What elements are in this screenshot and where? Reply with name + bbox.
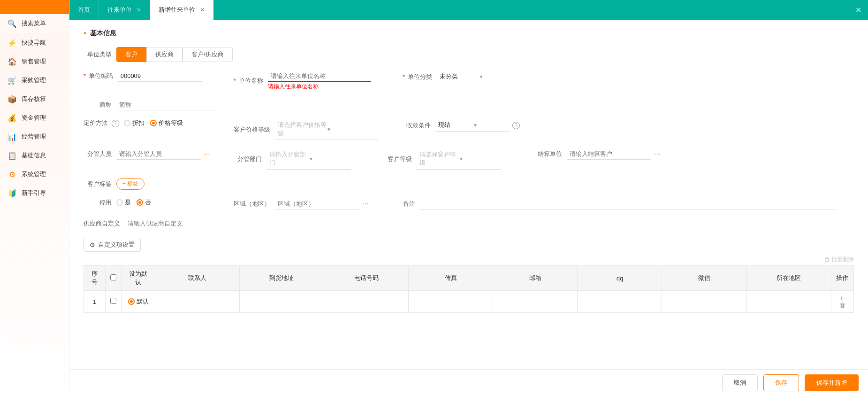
td-qq[interactable]: [578, 291, 662, 313]
disabled-radio-group: 是 否: [116, 198, 151, 207]
sidebar-item-purchase[interactable]: 🛒 采购管理: [0, 71, 69, 90]
table-header-row: 序号 设为默认 联系人 到货地址 电话号码 传真 邮箱 qq 微信 所在地区 操…: [84, 266, 854, 291]
tab-home[interactable]: 首页: [69, 0, 99, 20]
name-group: * 单位名称 请输入往来单位名称: [234, 70, 384, 91]
save-new-button[interactable]: 保存并新增: [805, 374, 859, 391]
supplier-custom-input[interactable]: [125, 218, 228, 229]
th-phone: 电话号码: [324, 266, 409, 291]
th-seq: 序号: [84, 266, 106, 291]
add-row-btn[interactable]: +: [840, 295, 844, 302]
td-contact[interactable]: [155, 291, 239, 313]
th-default: 设为默认: [122, 266, 155, 291]
fax-input[interactable]: [413, 298, 488, 305]
payment-terms-help-icon[interactable]: ?: [512, 122, 520, 129]
region-input[interactable]: [275, 198, 359, 210]
address-input[interactable]: [244, 298, 319, 305]
delete-row-btn[interactable]: 🗑: [839, 302, 845, 309]
customer-level-select[interactable]: 请选择客户等级 ▼: [417, 148, 501, 170]
tab-partners-close[interactable]: ✕: [137, 7, 141, 13]
new-guide-icon: 🔰: [8, 188, 17, 198]
name-input[interactable]: [268, 70, 371, 82]
sidebar-label-basic-info: 基础信息: [22, 151, 61, 160]
td-email[interactable]: [493, 291, 578, 313]
form-area: ▪ 基本信息 单位类型 客户 供应商 客户/供应商 * 单位编码: [69, 20, 868, 369]
sidebar-item-new-guide[interactable]: 🔰 新手引导: [0, 184, 69, 202]
contact-input[interactable]: [160, 298, 235, 305]
region-more-btn[interactable]: ···: [362, 200, 368, 208]
sidebar-item-finance[interactable]: 💰 资金管理: [0, 109, 69, 127]
region-table-input[interactable]: [752, 298, 826, 305]
settlement-label: 结算单位: [534, 150, 562, 158]
payment-terms-group: 收款条件 现结 ▼ ?: [403, 119, 534, 132]
save-button[interactable]: 保存: [763, 374, 799, 391]
settlement-input[interactable]: [567, 148, 651, 160]
radio-price-level[interactable]: 价格等级: [150, 119, 183, 127]
default-radio[interactable]: 默认: [126, 297, 150, 306]
close-all-tabs[interactable]: ✕: [849, 6, 868, 15]
radio-price-level-circle: [150, 120, 157, 126]
sidebar-item-sales[interactable]: 🏠 销售管理: [0, 52, 69, 71]
purchase-icon: 🛒: [8, 76, 17, 85]
dept-select[interactable]: 请输入分管部门 ▼: [266, 148, 351, 170]
sales-icon: 🏠: [8, 57, 17, 66]
settlement-more-btn[interactable]: ···: [654, 150, 660, 158]
sidebar-item-basic-info[interactable]: 📋 基础信息: [0, 146, 69, 165]
short-name-input[interactable]: [116, 99, 220, 110]
td-phone[interactable]: [324, 291, 409, 313]
custom-settings-button[interactable]: ⚙ 自定义项设置: [84, 238, 141, 252]
pricing-help-icon[interactable]: ?: [112, 120, 119, 127]
tab-partners[interactable]: 往来单位 ✕: [99, 0, 150, 20]
supplier-custom-group: 供应商自定义: [84, 218, 228, 229]
th-fax: 传真: [409, 266, 493, 291]
manager-more-btn[interactable]: ···: [204, 150, 210, 158]
default-radio-circle: [128, 298, 135, 305]
row-checkbox[interactable]: [110, 298, 116, 304]
td-region[interactable]: [746, 291, 831, 313]
add-tag-button[interactable]: + 标签: [116, 178, 145, 190]
radio-disabled-yes[interactable]: 是: [116, 198, 131, 207]
batch-delete-area: 🗑 批量删除: [84, 256, 854, 264]
td-wechat[interactable]: [662, 291, 746, 313]
btn-type-customer[interactable]: 客户: [116, 47, 146, 62]
radio-disabled-no[interactable]: 否: [137, 198, 151, 207]
sidebar-label-system: 系统管理: [22, 170, 61, 179]
qq-input[interactable]: [582, 298, 657, 305]
btn-type-both[interactable]: 客户/供应商: [183, 47, 233, 62]
code-input[interactable]: [118, 70, 202, 82]
sidebar-item-system[interactable]: ⚙ 系统管理: [0, 165, 69, 184]
email-input[interactable]: [498, 298, 572, 305]
batch-delete-icon: 🗑: [824, 256, 830, 263]
contacts-table: 序号 设为默认 联系人 到货地址 电话号码 传真 邮箱 qq 微信 所在地区 操…: [84, 265, 854, 313]
wechat-input[interactable]: [667, 298, 741, 305]
payment-terms-select[interactable]: 现结 ▼: [435, 119, 510, 132]
td-fax[interactable]: [409, 291, 493, 313]
disabled-group: 停用 是 否: [84, 198, 215, 207]
cancel-button[interactable]: 取消: [722, 374, 758, 391]
radio-discount[interactable]: 折扣: [124, 119, 145, 127]
btn-type-supplier[interactable]: 供应商: [146, 47, 183, 62]
remark-input[interactable]: [420, 198, 835, 210]
phone-input[interactable]: [329, 298, 404, 305]
code-label: * 单位编码: [84, 72, 113, 80]
code-group: * 单位编码: [84, 70, 215, 82]
sidebar-label-inventory: 库存核算: [22, 95, 61, 103]
unit-type-label: 单位类型: [84, 50, 112, 59]
td-address[interactable]: [239, 291, 324, 313]
basic-info-icon: 📋: [8, 151, 17, 160]
manager-group: 分管人员 ···: [84, 148, 215, 160]
customer-level-arrow: ▼: [459, 156, 498, 162]
category-select[interactable]: 未分类 ▼: [437, 70, 521, 83]
tab-new-partner[interactable]: 新增往来单位 ✕: [150, 0, 213, 20]
tab-new-partner-close[interactable]: ✕: [200, 7, 205, 13]
customer-price-level-select[interactable]: 请选择客户价格等级 ▼: [275, 119, 378, 140]
sidebar-item-inventory[interactable]: 📦 库存核算: [0, 90, 69, 109]
sidebar-item-operations[interactable]: 📊 经营管理: [0, 127, 69, 146]
th-email: 邮箱: [493, 266, 578, 291]
sidebar-item-search[interactable]: 🔍 搜索菜单: [0, 14, 69, 33]
name-label: * 单位名称: [234, 77, 263, 85]
manager-input[interactable]: [116, 148, 201, 160]
sidebar-item-quick-nav[interactable]: ⚡ 快捷导航: [0, 33, 69, 52]
category-group: * 单位分类 未分类 ▼: [403, 70, 534, 83]
select-all-checkbox[interactable]: [110, 274, 116, 280]
manager-label: 分管人员: [84, 150, 112, 158]
